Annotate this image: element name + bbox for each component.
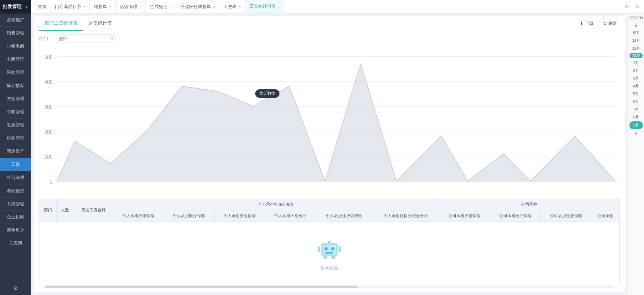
svg-text:500: 500 (44, 54, 52, 60)
svg-point-15 (324, 247, 328, 250)
col-company-group: 公司承担 (439, 199, 619, 210)
svg-rect-19 (318, 246, 320, 252)
tab-close-7[interactable]: × (278, 4, 280, 8)
sidebar-item-13[interactable]: 基础信息 (0, 184, 31, 198)
tab-0[interactable]: 首页 (34, 0, 51, 13)
sidebar-item-11[interactable]: 工资 (0, 158, 31, 171)
horizontal-scrollbar[interactable] (45, 286, 614, 288)
sidebar-item-8[interactable]: 发票管理 (0, 119, 31, 132)
chart-area: 500 400 300 200 100 0 (34, 46, 625, 292)
svg-point-16 (331, 247, 334, 250)
main-area: 首页门店商品目录×销售单×店铺管理×生成凭证×应收应付调整单×工资表×工资统计报… (31, 0, 644, 295)
tab-7[interactable]: 工资统计报表× (245, 0, 284, 13)
timeline-month-6[interactable]: 6月 (628, 98, 644, 106)
tab-close-4[interactable]: × (169, 5, 171, 9)
sidebar-item-10[interactable]: 固定资产 (0, 145, 31, 158)
subtab-1[interactable]: 月份统计表 (83, 16, 117, 31)
svg-text:100: 100 (44, 154, 52, 160)
col-p4: 个人承担大额医疗 (265, 210, 316, 222)
chart-svg: 500 400 300 200 100 0 (39, 49, 620, 199)
timeline-year-2022[interactable]: 2022 (629, 53, 643, 58)
sidebar-toggle-icon[interactable]: ▲ (25, 5, 28, 9)
content-area: 部门工资统计表月份统计表 ⬇ 下载 ↻ 刷新 部门： 全 (31, 13, 644, 295)
timeline-month-11[interactable]: 11月 (628, 37, 644, 45)
timeline-month-2[interactable]: 2月 (628, 67, 644, 75)
timeline-month-12[interactable]: 12月 (628, 45, 644, 52)
sidebar-title: 批发管理 (3, 4, 22, 10)
data-table: 部门 人数 应发工资合计 个人承担社保公积金 公司承担 个人承担养老保险 个人承… (39, 199, 620, 284)
svg-text:400: 400 (44, 79, 52, 85)
sidebar-item-14[interactable]: 系统管理 (0, 198, 31, 211)
tab-close-3[interactable]: × (139, 5, 141, 9)
sidebar-item-4[interactable]: 采购管理 (0, 66, 31, 79)
refresh-button[interactable]: ↻ 刷新 (600, 19, 620, 28)
scrollbar-thumb[interactable] (45, 286, 358, 288)
timeline-arrow-down[interactable]: ▼ (633, 129, 640, 138)
sidebar-item-1[interactable]: 销售管理 (0, 27, 31, 40)
timeline-month-8[interactable]: 8月 (628, 113, 644, 121)
download-icon: ⬇ (580, 21, 584, 26)
sidebar-item-3[interactable]: 电商管理 (0, 53, 31, 66)
timeline-arrow-up[interactable]: ▲ (633, 21, 640, 29)
filter-bar: 部门： 全部 财务部 销售部 采购部 仓库部 (34, 31, 625, 46)
tab-5[interactable]: 应收应付调整单× (176, 0, 219, 13)
tab-close-2[interactable]: × (109, 5, 111, 9)
sidebar-item-12[interactable]: 经营管理 (0, 171, 31, 184)
sub-tab-actions: ⬇ 下载 ↻ 刷新 (577, 19, 620, 28)
sidebar-item-5[interactable]: 库存核算 (0, 79, 31, 92)
sidebar-header[interactable]: 批发管理 ▲ (0, 0, 31, 13)
tab-3[interactable]: 店铺管理× (116, 0, 146, 13)
filter-label: 部门： (39, 36, 52, 42)
tab-6[interactable]: 工资表× (219, 0, 245, 13)
tab-bar: 首页门店商品目录×销售单×店铺管理×生成凭证×应收应付调整单×工资表×工资统计报… (31, 0, 644, 13)
download-button[interactable]: ⬇ 下载 (577, 19, 596, 28)
col-c1: 公司承担养老保险 (439, 210, 490, 222)
col-total-salary: 应发工资合计 (74, 199, 113, 222)
timeline-month-7[interactable]: 7月 (628, 106, 644, 113)
svg-text:300: 300 (44, 104, 52, 110)
col-count: 人数 (56, 199, 74, 222)
empty-text: 暂无数据 (321, 265, 338, 271)
settings-button[interactable]: ⚙ (0, 282, 31, 295)
sidebar-item-6[interactable]: 资金管理 (0, 92, 31, 106)
sidebar: 批发管理 ▲ 营销推广销售管理小畅电商电商管理采购管理库存核算资金管理总账管理发… (0, 0, 31, 295)
sidebar-item-7[interactable]: 总账管理 (0, 106, 31, 119)
close-all-icon[interactable]: ✕ (622, 3, 631, 10)
timeline-month-9[interactable]: 9月 (629, 121, 643, 129)
col-p5: 个人承担住房公积金 (316, 210, 372, 222)
sub-tabs: 部门工资统计表月份统计表 ⬇ 下载 ↻ 刷新 (34, 16, 625, 31)
empty-row: 暂无数据 (39, 222, 620, 284)
sidebar-item-17[interactable]: 云应用 (0, 237, 31, 250)
subtab-0[interactable]: 部门工资统计表 (39, 16, 83, 31)
svg-rect-17 (325, 252, 333, 254)
department-filter[interactable]: 全部 财务部 销售部 采购部 仓库部 (55, 34, 116, 43)
tab-bar-end: ✕ ↻ (622, 3, 641, 10)
tab-close-6[interactable]: × (239, 5, 241, 9)
col-p3: 个人承担失业保险 (214, 210, 265, 222)
col-c3: 公司承担失业保险 (541, 210, 591, 222)
col-c2: 公司承担医疗保险 (490, 210, 541, 222)
tab-2[interactable]: 销售单× (90, 0, 115, 13)
svg-text:200: 200 (44, 129, 52, 135)
timeline-month-3[interactable]: 3月 (628, 75, 644, 82)
download-label: 下载 (585, 21, 594, 27)
sidebar-item-15[interactable]: 企业协同 (0, 211, 31, 224)
timeline-month-1[interactable]: 1月 (628, 59, 644, 67)
timeline-month-4[interactable]: 4月 (628, 82, 644, 90)
sidebar-item-2[interactable]: 小畅电商 (0, 40, 31, 53)
tab-4[interactable]: 生成凭证× (146, 0, 176, 13)
table-area: 部门 人数 应发工资合计 个人承担社保公积金 公司承担 个人承担养老保险 个人承… (39, 199, 620, 284)
sidebar-item-0[interactable]: 营销推广 (0, 13, 31, 27)
refresh-icon[interactable]: ↻ (633, 3, 641, 10)
tab-1[interactable]: 门店商品目录× (51, 0, 90, 13)
sidebar-item-16[interactable]: 新手引导 (0, 224, 31, 237)
tab-close-5[interactable]: × (213, 5, 215, 9)
timeline-month-10[interactable]: 10月 (628, 29, 644, 37)
col-c4: 公司承担 (591, 210, 620, 222)
refresh-label: 刷新 (608, 21, 617, 27)
sidebar-item-9[interactable]: 税务管理 (0, 132, 31, 145)
svg-rect-20 (339, 246, 341, 252)
tab-close-1[interactable]: × (83, 5, 85, 9)
timeline-month-5[interactable]: 5月 (628, 90, 644, 98)
refresh-icon: ↻ (603, 21, 607, 26)
